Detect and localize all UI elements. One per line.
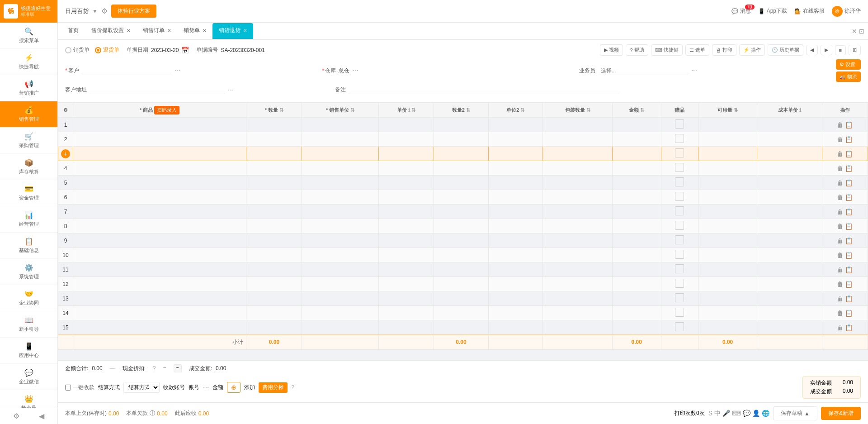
amount-cell[interactable] [613,147,661,161]
gift-checkbox[interactable] [675,250,684,259]
tab-sales-order[interactable]: 销售订单 ✕ [137,23,177,39]
settings-side-btn[interactable]: ⚙ 设置 [836,59,861,70]
tab-delivery[interactable]: 销货单 ✕ [177,23,212,39]
sidebar-item-basics[interactable]: 📋 基础信息 [0,233,57,259]
gift-cell[interactable] [661,262,698,277]
th-quantity-sort[interactable]: ⇅ [279,107,283,113]
gift-checkbox[interactable] [675,119,684,129]
tab-home[interactable]: 首页 [61,23,85,39]
unit2-cell[interactable] [488,190,542,205]
product-cell[interactable] [73,248,246,262]
quantity2-cell[interactable] [434,291,488,306]
unit-price-cell[interactable] [378,248,434,262]
delete-row-btn[interactable]: 🗑 [837,252,843,259]
tab-sales-return[interactable]: 销货退货 ✕ [212,23,253,39]
unit-price-cell[interactable] [378,205,434,219]
bottom-icon-7[interactable]: 🌐 [762,410,769,418]
unit-price-cell[interactable] [378,161,434,176]
cost-price-cell[interactable] [757,205,822,219]
sidebar-item-shortcuts[interactable]: ⚡ 快捷导航 [0,49,57,75]
quantity2-cell[interactable] [434,306,488,320]
copy-row-btn[interactable]: 📋 [845,121,853,129]
available-cell[interactable] [698,132,757,147]
th-settings[interactable]: ⚙ [58,103,73,118]
package-qty-cell[interactable] [543,205,613,219]
quantity-cell[interactable] [246,205,302,219]
expense-help[interactable]: ? [291,384,294,391]
cost-price-cell[interactable] [757,248,822,262]
available-cell[interactable] [698,205,757,219]
bottom-icon-1[interactable]: S [708,410,712,418]
unit2-cell[interactable] [488,291,542,306]
cost-price-cell[interactable] [757,118,822,132]
tab-close-all-btn[interactable]: ✕ [852,28,857,35]
save-new-btn[interactable]: 保存&新增 [821,407,861,420]
quantity-cell[interactable] [246,248,302,262]
package-qty-cell[interactable] [543,262,613,277]
gift-cell[interactable] [661,132,698,147]
product-cell[interactable] [73,219,246,233]
gift-checkbox[interactable] [675,293,684,302]
amount-cell[interactable] [613,320,661,335]
available-cell[interactable] [698,277,757,291]
quantity-cell[interactable] [246,291,302,306]
package-qty-cell[interactable] [543,320,613,335]
product-cell[interactable] [73,147,246,161]
gift-checkbox[interactable] [675,177,684,186]
nav-next-btn[interactable]: ▶ [821,45,832,55]
unit-price-cell[interactable] [378,132,434,147]
quantity2-cell[interactable] [434,161,488,176]
gift-cell[interactable] [661,176,698,190]
sales-unit-cell[interactable] [302,248,378,262]
bottom-icon-4[interactable]: ⌨ [732,410,741,418]
product-cell[interactable] [73,132,246,147]
package-qty-cell[interactable] [543,118,613,132]
cost-price-cell[interactable] [757,306,822,320]
amount-cell[interactable] [613,277,661,291]
available-cell[interactable] [698,262,757,277]
sales-unit-cell[interactable] [302,320,378,335]
product-cell[interactable] [73,118,246,132]
gift-checkbox[interactable] [675,235,684,244]
unit2-cell[interactable] [488,233,542,248]
bottom-icon-5[interactable]: 💬 [743,410,750,418]
copy-row-btn[interactable]: 📋 [845,266,853,273]
unit-price-cell[interactable] [378,277,434,291]
quantity2-cell[interactable] [434,176,488,190]
delete-row-btn[interactable]: 🗑 [837,136,843,143]
nav-prev-btn[interactable]: ◀ [806,45,818,55]
package-qty-cell[interactable] [543,176,613,190]
delete-row-btn[interactable]: 🗑 [837,223,843,230]
delete-row-btn[interactable]: 🗑 [837,208,843,215]
product-cell[interactable] [73,233,246,248]
gift-cell[interactable] [661,219,698,233]
copy-row-btn[interactable]: 📋 [845,165,853,172]
quantity-cell[interactable] [246,147,302,161]
amount-cell[interactable] [613,190,661,205]
th-package-qty-sort[interactable]: ⇅ [586,107,590,113]
customer-more-btn[interactable]: ··· [175,67,181,75]
online-service-btn[interactable]: 💁 在线客服 [794,7,825,15]
cash-discount-help[interactable]: ? [153,365,156,372]
quantity-cell[interactable] [246,176,302,190]
settings-gear-icon[interactable]: ⚙ [101,7,108,15]
copy-row-btn[interactable]: 📋 [845,252,853,259]
package-qty-cell[interactable] [543,190,613,205]
tab-delivery-close[interactable]: ✕ [203,28,206,33]
gift-cell[interactable] [661,248,698,262]
unit2-cell[interactable] [488,205,542,219]
print-btn[interactable]: 🖨 打印 [712,44,736,56]
sales-unit-cell[interactable] [302,262,378,277]
delete-row-btn[interactable]: 🗑 [837,165,843,172]
sidebar-item-inventory[interactable]: 📦 库存核算 [0,154,57,180]
sidebar-item-enterprise[interactable]: 🤝 企业协同 [0,285,57,311]
unit2-cell[interactable] [488,132,542,147]
sales-unit-cell[interactable] [302,233,378,248]
product-cell[interactable] [73,176,246,190]
delete-row-btn[interactable]: 🗑 [837,121,843,129]
quantity2-cell[interactable] [434,190,488,205]
sales-unit-cell[interactable] [302,291,378,306]
staff-input[interactable] [598,67,689,75]
delete-row-btn[interactable]: 🗑 [837,281,843,288]
th-unit-price-sort[interactable]: ⇅ [411,107,415,113]
